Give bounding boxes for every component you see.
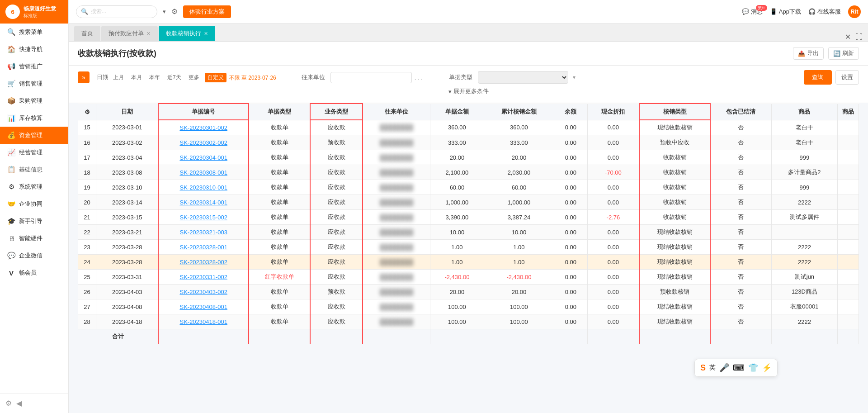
date-opt-last-month[interactable]: 上月 bbox=[111, 73, 126, 82]
order-no-link[interactable]: SK-20230315-002 bbox=[179, 214, 227, 221]
filter-settings-button[interactable]: 设置 bbox=[835, 70, 859, 85]
cell-num: 21 bbox=[78, 210, 96, 225]
sidebar-item-basic[interactable]: 📋 基础信息 bbox=[0, 161, 68, 178]
cell-biz-type: 应收款 bbox=[310, 255, 363, 270]
cell-date: 2023-03-31 bbox=[96, 270, 159, 285]
counterparty-input[interactable] bbox=[330, 72, 412, 83]
col-voucher-type[interactable]: 单据类型 bbox=[249, 104, 310, 120]
cell-balance: 0.00 bbox=[554, 150, 587, 165]
sidebar-item-enterprise[interactable]: 🤝 企业协同 bbox=[0, 195, 68, 213]
cell-product1: 2222 bbox=[771, 314, 837, 329]
online-service-button[interactable]: 🎧 在线客服 bbox=[808, 8, 841, 16]
order-no-link[interactable]: SK-20230321-003 bbox=[179, 229, 227, 236]
col-write-off-type[interactable]: 核销类型 bbox=[639, 104, 710, 120]
order-no-link[interactable]: SK-20230328-001 bbox=[179, 244, 227, 251]
tab-advance-payment[interactable]: 预付款应付单 ✕ bbox=[101, 26, 158, 41]
col-product1[interactable]: 商品 bbox=[771, 104, 837, 120]
query-button[interactable]: 查询 bbox=[804, 70, 832, 85]
cell-date: 2023-04-18 bbox=[96, 314, 159, 329]
order-no-link[interactable]: SK-20230301-002 bbox=[179, 124, 227, 131]
promo-button[interactable]: 体验行业方案 bbox=[183, 5, 231, 18]
cell-amount: 10.00 bbox=[430, 225, 484, 240]
tab-receipt-execute[interactable]: 收款核销执行 ✕ bbox=[159, 26, 215, 41]
basic-icon: 📋 bbox=[7, 166, 15, 174]
gear-icon[interactable]: ⚙ bbox=[171, 7, 178, 16]
col-biz-type[interactable]: 业务类型 bbox=[310, 104, 363, 120]
date-opt-this-month[interactable]: 本月 bbox=[129, 73, 144, 82]
cell-amount: 360.00 bbox=[430, 120, 484, 135]
order-no-link[interactable]: SK-20230314-001 bbox=[179, 199, 227, 206]
col-balance[interactable]: 余额 bbox=[554, 104, 587, 120]
cell-voucher-type: 收款单 bbox=[249, 135, 310, 150]
sidebar-item-guide[interactable]: 🎓 新手引导 bbox=[0, 213, 68, 230]
cell-biz-type: 应收款 bbox=[310, 240, 363, 255]
page-header: 收款核销执行(按收款) 📤 导出 🔄 刷新 bbox=[69, 42, 868, 66]
sidebar-item-finance[interactable]: 💰 资金管理 bbox=[0, 127, 68, 144]
col-product2[interactable]: 商品 bbox=[838, 104, 859, 120]
col-date[interactable]: 日期 bbox=[96, 104, 159, 120]
settings-icon[interactable]: ⚙ bbox=[5, 399, 12, 408]
table-row: 26 2023-04-03 SK-20230403-002 收款单 预收款 ██… bbox=[78, 285, 859, 299]
date-opt-this-year[interactable]: 本年 bbox=[147, 73, 162, 82]
order-no-link[interactable]: SK-20230304-001 bbox=[179, 154, 227, 161]
col-discount[interactable]: 现金折扣 bbox=[587, 104, 639, 120]
sidebar-item-business[interactable]: 📈 经营管理 bbox=[0, 144, 68, 161]
order-no-link[interactable]: SK-20230331-002 bbox=[179, 274, 227, 280]
cell-amount: 20.00 bbox=[430, 285, 484, 299]
cell-balance: 0.00 bbox=[554, 255, 587, 270]
topbar-dropdown[interactable]: ▾ bbox=[163, 8, 166, 15]
order-no-link[interactable]: SK-20230408-001 bbox=[179, 304, 227, 310]
col-include-settled[interactable]: 包含已结清 bbox=[710, 104, 772, 120]
export-button[interactable]: 📤 导出 bbox=[793, 47, 824, 60]
sidebar-item-member[interactable]: V 畅会员 bbox=[0, 264, 68, 281]
sidebar-item-search[interactable]: 🔍 搜索菜单 bbox=[0, 24, 68, 41]
search-box[interactable]: 🔍 搜索... bbox=[76, 5, 157, 18]
sidebar-item-system[interactable]: ⚙ 系统管理 bbox=[0, 178, 68, 195]
tab-home[interactable]: 首页 bbox=[74, 26, 100, 41]
maximize-icon[interactable]: ⛶ bbox=[855, 33, 863, 41]
cell-counterparty: ████████ bbox=[363, 180, 430, 195]
sidebar-item-hardware[interactable]: 🖥 智能硬件 bbox=[0, 230, 68, 247]
sidebar-item-marketing[interactable]: 📢 营销推广 bbox=[0, 58, 68, 75]
date-opt-more[interactable]: 更多 bbox=[187, 73, 201, 82]
sidebar-item-inventory[interactable]: 📊 库存核算 bbox=[0, 109, 68, 127]
expand-more-button[interactable]: ▾ 展开更多条件 bbox=[78, 85, 859, 98]
cell-counterparty: ████████ bbox=[363, 299, 430, 314]
filter-expand-button[interactable]: » bbox=[78, 71, 90, 83]
cell-amount: 3,390.00 bbox=[430, 210, 484, 225]
cell-amount: 1,000.00 bbox=[430, 195, 484, 210]
cell-include-settled: 否 bbox=[710, 240, 772, 255]
app-download-button[interactable]: 📱 App下载 bbox=[770, 8, 801, 16]
col-counterparty[interactable]: 往来单位 bbox=[363, 104, 430, 120]
order-no-link[interactable]: SK-20230310-001 bbox=[179, 184, 227, 191]
order-no-link[interactable]: SK-20230403-002 bbox=[179, 289, 227, 295]
sidebar-item-wechat[interactable]: 💬 企业微信 bbox=[0, 247, 68, 264]
date-opt-7days[interactable]: 近7天 bbox=[165, 73, 183, 82]
cell-voucher-type: 收款单 bbox=[249, 195, 310, 210]
chevron-down-icon: ▾ bbox=[448, 88, 452, 95]
messages-button[interactable]: 💬 消息 99+ bbox=[742, 8, 763, 16]
table-row: 28 2023-04-18 SK-20230418-001 收款单 应收款 ██… bbox=[78, 314, 859, 329]
close-all-tabs-icon[interactable]: ✕ bbox=[845, 33, 851, 41]
table-row: 24 2023-03-28 SK-20230328-002 收款单 应收款 ██… bbox=[78, 255, 859, 270]
date-filter: 日期 上月 本月 本年 近7天 更多 自定义 不限 至 2023-07-26 bbox=[97, 73, 276, 82]
sidebar-item-purchase[interactable]: 📦 采购管理 bbox=[0, 92, 68, 109]
refresh-button[interactable]: 🔄 刷新 bbox=[828, 47, 859, 60]
order-no-link[interactable]: SK-20230418-001 bbox=[179, 318, 227, 325]
sidebar-item-sales[interactable]: 🛒 销售管理 bbox=[0, 75, 68, 92]
date-custom-button[interactable]: 自定义 bbox=[205, 73, 226, 82]
sidebar-item-quick-nav[interactable]: 🏠 快捷导航 bbox=[0, 41, 68, 58]
tab-close-receipt[interactable]: ✕ bbox=[204, 31, 208, 37]
col-order-no[interactable]: 单据编号 bbox=[158, 104, 249, 120]
avatar[interactable]: Rit bbox=[848, 5, 861, 18]
order-no-link[interactable]: SK-20230308-001 bbox=[179, 169, 227, 176]
counterparty-filter: 往来单位 ... bbox=[302, 72, 424, 83]
collapse-icon[interactable]: ◀ bbox=[16, 399, 22, 408]
voucher-type-select[interactable] bbox=[478, 71, 568, 84]
col-amount[interactable]: 单据金额 bbox=[430, 104, 484, 120]
col-accumulated[interactable]: 累计核销金额 bbox=[484, 104, 554, 120]
order-no-link[interactable]: SK-20230328-002 bbox=[179, 259, 227, 266]
cell-product1: 123D商品 bbox=[771, 285, 837, 299]
tab-close-advance[interactable]: ✕ bbox=[146, 31, 151, 37]
order-no-link[interactable]: SK-20230302-002 bbox=[179, 139, 227, 146]
